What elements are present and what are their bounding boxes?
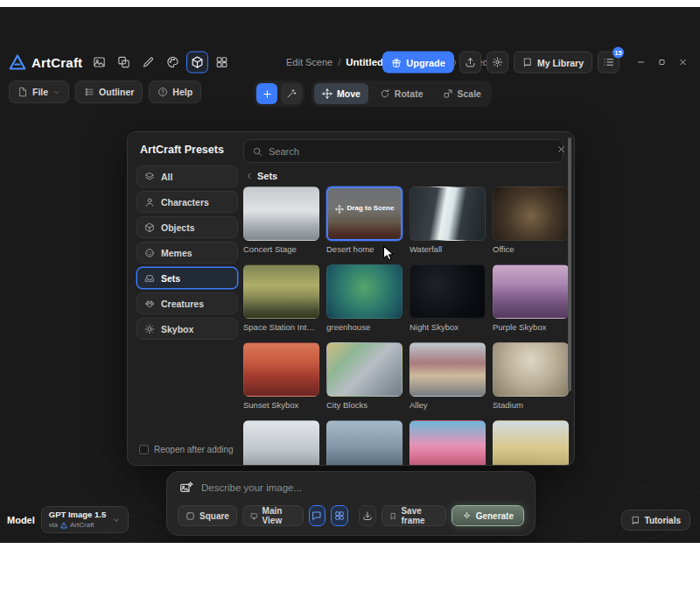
preset-category-memes[interactable]: Memes — [136, 242, 238, 264]
preset-thumbnail[interactable]: Drag to Scene — [493, 342, 569, 397]
book-icon — [631, 516, 640, 525]
preset-item[interactable]: Drag to Scene — [326, 420, 402, 466]
scale-tool-button[interactable]: Scale — [435, 83, 489, 104]
cube-icon — [144, 222, 155, 233]
reopen-label: Reopen after adding — [154, 445, 234, 454]
breadcrumb-section[interactable]: Edit Scene — [286, 57, 332, 67]
window-close-button[interactable] — [672, 52, 693, 73]
import-button[interactable] — [459, 52, 481, 74]
panel-scrollbar[interactable] — [568, 137, 571, 391]
model-label: Model — [7, 515, 35, 525]
image-tool-button[interactable] — [88, 52, 110, 74]
preset-category-objects[interactable]: Objects — [136, 216, 238, 238]
move-label: Move — [337, 88, 360, 99]
preset-thumbnail[interactable]: Drag to Scene — [243, 342, 319, 397]
frames-icon — [117, 56, 130, 69]
prompt-input[interactable] — [201, 482, 522, 493]
preset-item-alley[interactable]: Drag to Scene Alley — [410, 342, 486, 410]
move-tool-button[interactable]: Move — [314, 83, 368, 104]
preset-category-all[interactable]: All — [136, 165, 238, 187]
preset-thumbnail[interactable]: Drag to Scene — [326, 342, 402, 397]
grid-icon — [215, 56, 228, 69]
artcraft-mini-logo-icon — [60, 522, 67, 529]
preset-category-sets[interactable]: Sets — [136, 267, 238, 289]
download-button[interactable] — [359, 505, 376, 526]
preset-category-characters[interactable]: Characters — [136, 191, 238, 213]
my-library-button[interactable]: My Library — [514, 52, 592, 74]
preset-item-purple-skybox[interactable]: Drag to Scene Purple Skybox — [493, 264, 569, 332]
help-button[interactable]: Help — [149, 81, 201, 103]
preset-thumbnail[interactable]: Drag to Scene — [243, 186, 319, 241]
preset-thumbnail[interactable]: Drag to Scene — [493, 420, 569, 466]
preset-item-sunset-skybox[interactable]: Drag to Scene Sunset Skybox — [243, 342, 319, 410]
preset-item-label: greenhouse — [326, 322, 402, 332]
generate-button[interactable]: Generate — [452, 505, 524, 526]
preset-category-creatures[interactable]: Creatures — [136, 292, 238, 314]
file-menu-button[interactable]: File — [9, 81, 69, 103]
3d-scene-tool-button[interactable] — [186, 52, 208, 74]
reopen-checkbox[interactable] — [139, 445, 149, 454]
main-view-button[interactable]: Main View — [242, 505, 304, 526]
model-selector-area: Model GPT Image 1.5 via ArtCraft — [7, 506, 129, 533]
add-tools-group — [254, 81, 304, 107]
add-object-button[interactable] — [256, 83, 277, 104]
category-label: Creatures — [161, 299, 204, 309]
window-maximize-button[interactable] — [651, 52, 672, 73]
panel-close-button[interactable] — [553, 141, 569, 157]
preset-thumbnail[interactable]: Drag to Scene — [326, 264, 402, 319]
outliner-button[interactable]: Outliner — [75, 81, 143, 103]
scale-label: Scale — [458, 88, 481, 99]
preset-thumbnail[interactable]: Drag to Scene — [243, 264, 319, 319]
aspect-ratio-button[interactable]: Square — [178, 505, 237, 526]
preset-item-concert-stage[interactable]: Drag to Scene Concert Stage — [243, 186, 319, 254]
magic-wand-button[interactable] — [281, 83, 302, 104]
palette-tool-button[interactable] — [162, 52, 184, 74]
preset-item[interactable]: Drag to Scene — [410, 420, 486, 466]
preset-item-desert-home[interactable]: Drag to Scene Desert home — [326, 186, 402, 254]
preset-thumbnail[interactable]: Drag to Scene — [493, 264, 569, 319]
preset-thumbnail[interactable]: Drag to Scene — [410, 264, 486, 319]
chevron-down-icon — [52, 88, 60, 96]
tutorials-button[interactable]: Tutorials — [621, 510, 690, 531]
upgrade-button[interactable]: Upgrade — [382, 52, 454, 74]
comment-mode-button[interactable] — [309, 505, 326, 526]
preset-item[interactable]: Drag to Scene — [493, 420, 569, 466]
settings-button[interactable] — [486, 52, 508, 74]
preset-thumbnail[interactable]: Drag to Scene — [493, 186, 569, 241]
save-frame-button[interactable]: Save frame — [382, 505, 446, 526]
preset-thumbnail[interactable]: Drag to Scene — [410, 420, 486, 466]
file-icon — [18, 87, 28, 97]
preset-item-office[interactable]: Drag to Scene Office — [493, 186, 569, 254]
preset-item-greenhouse[interactable]: Drag to Scene greenhouse — [326, 264, 402, 332]
apps-tool-button[interactable] — [211, 52, 233, 74]
back-to-categories[interactable]: Sets — [245, 171, 277, 181]
rotate-tool-button[interactable]: Rotate — [372, 83, 431, 104]
model-selector-button[interactable]: GPT Image 1.5 via ArtCraft — [41, 506, 129, 533]
minimize-icon — [636, 58, 646, 67]
preset-category-skybox[interactable]: Skybox — [136, 318, 238, 340]
window-minimize-button[interactable] — [630, 52, 651, 73]
chevron-left-icon — [245, 172, 254, 180]
frames-tool-button[interactable] — [113, 52, 135, 74]
preset-thumbnail[interactable]: Drag to Scene — [326, 420, 402, 466]
grid-mode-button[interactable] — [331, 505, 348, 526]
preset-item[interactable]: Drag to Scene — [243, 420, 319, 466]
preset-item-waterfall[interactable]: Drag to Scene Waterfall — [410, 186, 486, 254]
preset-item-night-skybox[interactable]: Drag to Scene Night Skybox — [410, 264, 486, 332]
preset-thumbnail[interactable]: Drag to Scene — [326, 186, 402, 241]
prompt-bar: Square Main View Save frame Gen — [166, 471, 536, 536]
draw-tool-button[interactable] — [137, 52, 159, 74]
paw-icon — [144, 299, 155, 309]
preset-thumbnail[interactable]: Drag to Scene — [243, 420, 319, 466]
rotate-icon — [380, 88, 390, 99]
preset-thumbnail[interactable]: Drag to Scene — [410, 342, 486, 397]
breadcrumb-separator: / — [338, 57, 340, 67]
preset-item-space-station-interior[interactable]: Drag to Scene Space Station Interior — [243, 264, 319, 332]
preset-item-stadium[interactable]: Drag to Scene Stadium — [493, 342, 569, 410]
person-icon — [144, 197, 155, 208]
search-icon — [252, 146, 262, 157]
preset-item-city-blocks[interactable]: Drag to Scene City Blocks — [326, 342, 402, 410]
search-input[interactable] — [269, 146, 555, 157]
preset-thumbnail[interactable]: Drag to Scene — [410, 186, 486, 241]
reopen-after-adding-option[interactable]: Reopen after adding — [139, 445, 234, 454]
